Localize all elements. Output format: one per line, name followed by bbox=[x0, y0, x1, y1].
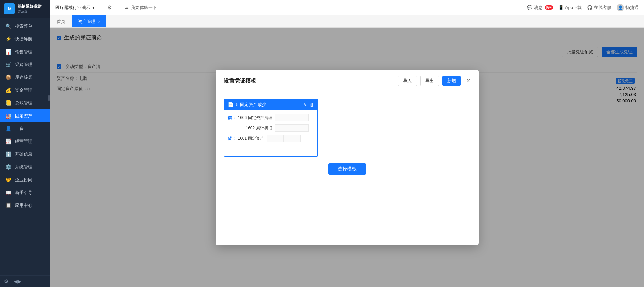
tab-close-icon[interactable]: × bbox=[98, 19, 100, 24]
cell-1 bbox=[275, 114, 292, 121]
empty-cell-3 bbox=[286, 144, 317, 153]
cell-3 bbox=[275, 124, 292, 132]
footer-settings-icon[interactable]: ⚙ bbox=[4, 278, 8, 284]
template-doc-icon: 📄 bbox=[228, 102, 234, 107]
sidebar-item-label: 新手引导 bbox=[15, 190, 32, 196]
modal-header: 设置凭证模板 导入 导出 新增 × bbox=[216, 70, 479, 91]
phone-icon: 📱 bbox=[558, 5, 564, 10]
sidebar-item-purchase[interactable]: 🛒 采购管理 bbox=[0, 58, 50, 71]
topbar-settings-icon[interactable]: ⚙ bbox=[107, 4, 112, 11]
tab-assets[interactable]: 资产管理 × bbox=[72, 15, 106, 27]
select-template-btn[interactable]: 选择模板 bbox=[328, 163, 366, 175]
quick-nav-icon: ⚡ bbox=[5, 36, 11, 42]
topbar-divider1 bbox=[101, 4, 101, 11]
sidebar-item-capital[interactable]: 💰 资金管理 bbox=[0, 84, 50, 97]
sidebar-item-search[interactable]: 🔍 搜索菜单 bbox=[0, 20, 50, 33]
purchase-icon: 🛒 bbox=[5, 62, 11, 68]
sidebar-item-sales[interactable]: 📊 销售管理 bbox=[0, 45, 50, 58]
template-card: 📄 5-固定资产减少 ✎ 🗑 借： bbox=[224, 99, 318, 157]
sidebar: 畅 畅捷通好业财 普及版 🔍 搜索菜单 ⚡ 快捷导航 📊 销售管理 🛒 采购管理… bbox=[0, 0, 50, 287]
modal-title: 设置凭证模板 bbox=[224, 77, 256, 85]
service-icon: 🎧 bbox=[587, 5, 592, 10]
sidebar-item-apps[interactable]: 🔲 应用中心 bbox=[0, 199, 50, 212]
sidebar-item-label: 库存核算 bbox=[15, 74, 32, 81]
modal-close-icon[interactable]: × bbox=[467, 77, 470, 85]
app-download-label: App下载 bbox=[565, 5, 582, 11]
row2-cells bbox=[275, 124, 309, 132]
template-row-3: 贷： 1601 固定资产 bbox=[224, 133, 317, 144]
new-btn[interactable]: 新增 bbox=[442, 76, 461, 86]
template-edit-icon[interactable]: ✎ bbox=[303, 102, 307, 107]
sidebar-item-inventory[interactable]: 📦 库存核算 bbox=[0, 71, 50, 84]
modal-body: 📄 5-固定资产减少 ✎ 🗑 借： bbox=[216, 91, 479, 245]
tab-home-label: 首页 bbox=[57, 19, 65, 25]
company-name: 医疗器械行业演示 bbox=[55, 5, 90, 11]
sidebar-item-label: 固定资产 bbox=[15, 113, 32, 119]
row1-code: 1606 固定资产清理 bbox=[238, 115, 272, 121]
experience-link[interactable]: ☁ 我要体验一下 bbox=[124, 5, 157, 11]
app-download-btn[interactable]: 📱 App下载 bbox=[558, 5, 582, 11]
row3-code: 1601 固定资产 bbox=[238, 136, 264, 141]
sidebar-item-quicknav[interactable]: ⚡ 快捷导航 bbox=[0, 33, 50, 45]
cloud-icon: ☁ bbox=[124, 5, 129, 10]
sidebar-item-label: 总账管理 bbox=[15, 100, 32, 106]
inventory-icon: 📦 bbox=[5, 74, 11, 81]
template-row-2: 1602 累计折旧 bbox=[224, 123, 317, 133]
online-service-btn[interactable]: 🎧 在线客服 bbox=[587, 5, 611, 11]
sidebar-item-label: 搜索菜单 bbox=[15, 23, 32, 29]
row1-type: 借： bbox=[228, 115, 238, 121]
template-header-left: 📄 5-固定资产减少 bbox=[228, 102, 267, 108]
online-service-label: 在线客服 bbox=[594, 5, 611, 11]
search-menu-icon: 🔍 bbox=[5, 23, 11, 29]
template-delete-icon[interactable]: 🗑 bbox=[310, 102, 314, 107]
topbar: 医疗器械行业演示 ▾ ⚙ ☁ 我要体验一下 💬 消息 99+ 📱 App下载 🎧… bbox=[50, 0, 644, 15]
modal: 设置凭证模板 导入 导出 新增 × 📄 bbox=[216, 70, 479, 245]
sidebar-item-enterprise[interactable]: 🤝 企业协同 bbox=[0, 173, 50, 186]
tab-assets-label: 资产管理 bbox=[78, 19, 95, 25]
enterprise-icon: 🤝 bbox=[5, 177, 11, 183]
sidebar-item-label: 经营管理 bbox=[15, 138, 32, 145]
company-selector[interactable]: 医疗器械行业演示 ▾ bbox=[55, 5, 95, 11]
messages-btn[interactable]: 💬 消息 99+ bbox=[527, 5, 553, 11]
sidebar-item-salary[interactable]: 👤 工资 bbox=[0, 122, 50, 135]
cell-2 bbox=[292, 114, 309, 121]
sidebar-header: 畅 畅捷通好业财 普及版 bbox=[0, 0, 50, 18]
tab-home[interactable]: 首页 bbox=[50, 15, 72, 27]
sidebar-scroll-thumb bbox=[48, 95, 50, 101]
operations-icon: 📈 bbox=[5, 138, 11, 145]
salary-icon: 👤 bbox=[5, 126, 11, 132]
empty-cell-1 bbox=[224, 144, 255, 153]
experience-text: 我要体验一下 bbox=[131, 5, 157, 11]
sidebar-nav: 🔍 搜索菜单 ⚡ 快捷导航 📊 销售管理 🛒 采购管理 📦 库存核算 💰 资金管… bbox=[0, 18, 50, 275]
main-area: 医疗器械行业演示 ▾ ⚙ ☁ 我要体验一下 💬 消息 99+ 📱 App下载 🎧… bbox=[50, 0, 644, 287]
app-title-wrap: 畅捷通好业财 普及版 bbox=[18, 4, 42, 14]
sidebar-item-label: 基础信息 bbox=[15, 151, 32, 157]
sidebar-item-label: 工资 bbox=[15, 126, 24, 132]
sidebar-item-system[interactable]: ⚙️ 系统管理 bbox=[0, 161, 50, 173]
messages-label: 消息 bbox=[534, 5, 543, 11]
sidebar-item-label: 资金管理 bbox=[15, 87, 32, 93]
sidebar-item-basics[interactable]: ℹ️ 基础信息 bbox=[0, 148, 50, 161]
sidebar-item-fixed-assets[interactable]: 🏭 固定资产 bbox=[0, 109, 50, 122]
sidebar-item-ledger[interactable]: 📒 总账管理 bbox=[0, 97, 50, 109]
footer-toggle-icon[interactable]: ◀▶ bbox=[14, 279, 21, 284]
messages-badge: 99+ bbox=[545, 5, 553, 10]
basics-icon: ℹ️ bbox=[5, 151, 11, 157]
sidebar-item-label: 快捷导航 bbox=[15, 36, 32, 42]
export-btn[interactable]: 导出 bbox=[420, 76, 439, 86]
sidebar-item-guide[interactable]: 📖 新手引导 bbox=[0, 186, 50, 199]
guide-icon: 📖 bbox=[5, 190, 11, 196]
cell-5 bbox=[267, 135, 284, 142]
sidebar-item-operations[interactable]: 📈 经营管理 bbox=[0, 135, 50, 148]
row3-cells bbox=[267, 135, 301, 142]
template-name: 5-固定资产减少 bbox=[236, 102, 267, 108]
sidebar-footer: ⚙ ◀▶ bbox=[0, 275, 50, 287]
user-btn[interactable]: 👤 畅捷通 bbox=[617, 4, 639, 11]
user-label: 畅捷通 bbox=[625, 5, 639, 11]
import-btn[interactable]: 导入 bbox=[398, 76, 417, 86]
user-avatar-icon: 👤 bbox=[617, 4, 624, 11]
cell-4 bbox=[292, 124, 309, 132]
fixed-assets-icon: 🏭 bbox=[5, 113, 11, 119]
empty-row bbox=[224, 144, 317, 153]
sales-icon: 📊 bbox=[5, 49, 11, 55]
